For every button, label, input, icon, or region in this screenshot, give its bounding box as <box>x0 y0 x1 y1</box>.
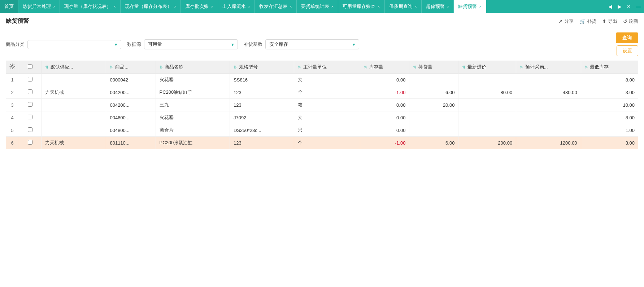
column-product-code[interactable]: ⇅ 商品... <box>106 61 156 74</box>
row-product-code-6: 801110... <box>106 137 156 149</box>
tab-shortage-close[interactable]: × <box>479 4 481 9</box>
column-min-stock[interactable]: ⇅ 最低库存 <box>581 61 638 74</box>
tab-home-label: 首页 <box>4 3 14 10</box>
column-replenish-qty[interactable]: ⇅ 补货量 <box>409 61 458 74</box>
tab-order-stat[interactable]: 要货单统计表 × <box>297 0 338 13</box>
settings-button[interactable]: 设置 <box>617 45 638 56</box>
tab-inout-flow[interactable]: 出入库流水 × <box>218 0 255 13</box>
row-latest-price-6: 200.00 <box>458 137 516 149</box>
row-latest-price-1 <box>458 74 516 86</box>
header-actions: ↗ 分享 🛒 补货 ⬆ 导出 ↺ 刷新 <box>558 18 638 25</box>
sort-supplier-icon: ⇅ <box>45 65 48 69</box>
tab-overstock[interactable]: 超储预警 × <box>422 0 454 13</box>
tab-overstock-close[interactable]: × <box>447 4 449 9</box>
table-wrapper: ⇅ 默认供应... ⇅ 商品... ⇅ 商品名称 ⇅ 规格型号 <box>0 61 644 149</box>
row-supplier-2: 力天机械 <box>41 86 106 99</box>
row-latest-price-5 <box>458 124 516 137</box>
tab-collect-summary-label: 收发存汇总表 <box>259 3 287 10</box>
row-stock-qty-5: 0.00 <box>360 124 409 137</box>
tab-close-all-btn[interactable]: ✕ <box>625 2 633 11</box>
refresh-label: 刷新 <box>629 18 638 25</box>
page-title: 缺货预警 <box>6 17 29 25</box>
page-header: 缺货预警 ↗ 分享 🛒 补货 ⬆ 导出 ↺ 刷新 <box>0 13 644 28</box>
row-replenish-qty-3: 20.00 <box>409 99 458 111</box>
sort-latest-price-icon: ⇅ <box>462 65 465 69</box>
row-supplier-3 <box>41 99 106 111</box>
sort-stock-qty-icon: ⇅ <box>364 65 367 69</box>
row-num-1: 1 <box>6 74 19 86</box>
sort-min-stock-icon: ⇅ <box>585 65 588 69</box>
tab-stock-status-close[interactable]: × <box>113 4 116 9</box>
sort-product-name-icon: ⇅ <box>160 65 163 69</box>
row-unit-4: 支 <box>294 111 360 124</box>
row-checkbox-3[interactable] <box>19 99 42 111</box>
tab-exception-close[interactable]: × <box>53 4 55 9</box>
tab-stock-dist[interactable]: 现存量（库存分布表） × <box>121 0 181 13</box>
row-replenish-qty-6: 6.00 <box>409 137 458 149</box>
query-button[interactable]: 查询 <box>616 32 638 43</box>
column-default-supplier[interactable]: ⇅ 默认供应... <box>41 61 106 74</box>
table-row: 5 004800... 离合片 DS250*23c... 只 0.00 1.00 <box>6 124 638 137</box>
row-checkbox-5[interactable] <box>19 124 42 137</box>
tab-available-ledger[interactable]: 可用量库存账本 × <box>338 0 384 13</box>
row-checkbox-1[interactable] <box>19 74 42 86</box>
tab-home[interactable]: 首页 <box>0 0 18 13</box>
row-unit-3: 箱 <box>294 99 360 111</box>
column-product-name-label: 商品名称 <box>165 64 183 70</box>
tab-order-stat-close[interactable]: × <box>331 4 334 9</box>
row-checkbox-4[interactable] <box>19 111 42 124</box>
replenish-button[interactable]: 🛒 补货 <box>579 18 596 25</box>
tab-batch-account-close[interactable]: × <box>211 4 213 9</box>
column-spec[interactable]: ⇅ 规格型号 <box>230 61 294 74</box>
replenish-label: 补货 <box>587 18 596 25</box>
tab-minimize-btn[interactable]: — <box>634 2 643 11</box>
tab-stock-dist-close[interactable]: × <box>174 4 176 9</box>
tab-next-btn[interactable]: ▶ <box>615 2 624 11</box>
row-est-purchase-1 <box>516 74 581 86</box>
row-product-name-3: 三九 <box>156 99 230 111</box>
column-est-purchase[interactable]: ⇅ 预计采购... <box>516 61 581 74</box>
column-checkbox[interactable] <box>19 61 42 74</box>
datasource-value: 可用量 <box>148 41 162 48</box>
datasource-label: 数据源 <box>127 41 141 48</box>
tab-batch-account-label: 库存批次账 <box>185 3 209 10</box>
row-est-purchase-2: 480.00 <box>516 86 581 99</box>
row-unit-5: 只 <box>294 124 360 137</box>
row-min-stock-2: 3.00 <box>581 86 638 99</box>
tab-collect-summary-close[interactable]: × <box>290 4 292 9</box>
category-select[interactable]: ▾ <box>27 40 121 49</box>
datasource-select[interactable]: 可用量 ▾ <box>144 39 238 49</box>
row-est-purchase-6: 1200.00 <box>516 137 581 149</box>
tab-available-ledger-close[interactable]: × <box>378 4 380 9</box>
row-replenish-qty-4 <box>409 111 458 124</box>
tab-prev-btn[interactable]: ◀ <box>606 2 614 11</box>
column-unit[interactable]: ⇅ 主计量单位 <box>294 61 360 74</box>
select-all-checkbox[interactable] <box>28 64 32 69</box>
row-checkbox-2[interactable] <box>19 86 42 99</box>
replenish-base-arrow-icon: ▾ <box>353 42 355 47</box>
refresh-button[interactable]: ↺ 刷新 <box>623 18 638 25</box>
share-button[interactable]: ↗ 分享 <box>558 18 574 25</box>
tab-collect-summary[interactable]: 收发存汇总表 × <box>255 0 296 13</box>
tab-shortage[interactable]: 缺货预警 × <box>454 0 486 13</box>
tab-exception[interactable]: 炼货异常处理 × <box>18 0 60 13</box>
replenish-base-select[interactable]: 安全库存 ▾ <box>265 39 359 49</box>
row-checkbox-6[interactable] <box>19 137 42 149</box>
column-latest-price[interactable]: ⇅ 最新进价 <box>458 61 516 74</box>
datasource-arrow-icon: ▾ <box>231 42 234 47</box>
table-header-row: ⇅ 默认供应... ⇅ 商品... ⇅ 商品名称 ⇅ 规格型号 <box>6 61 638 74</box>
row-product-code-4: 004600... <box>106 111 156 124</box>
tab-batch-account[interactable]: 库存批次账 × <box>181 0 218 13</box>
column-stock-qty[interactable]: ⇅ 库存量 <box>360 61 409 74</box>
column-product-name[interactable]: ⇅ 商品名称 <box>156 61 230 74</box>
table-row: 2 力天机械 004200... PC200油缸缸子 123 个 -1.00 6… <box>6 86 638 99</box>
tab-expiry-query-close[interactable]: × <box>415 4 417 9</box>
tab-inout-flow-close[interactable]: × <box>248 4 250 9</box>
tab-stock-status[interactable]: 现存量（库存状况表） × <box>60 0 120 13</box>
tab-available-ledger-label: 可用量库存账本 <box>343 3 375 10</box>
tab-expiry-query[interactable]: 保质期查询 × <box>385 0 422 13</box>
column-gear[interactable] <box>6 61 19 74</box>
tab-shortage-label: 缺货预警 <box>458 3 477 10</box>
tab-expiry-query-label: 保质期查询 <box>389 3 413 10</box>
export-button[interactable]: ⬆ 导出 <box>602 18 617 25</box>
